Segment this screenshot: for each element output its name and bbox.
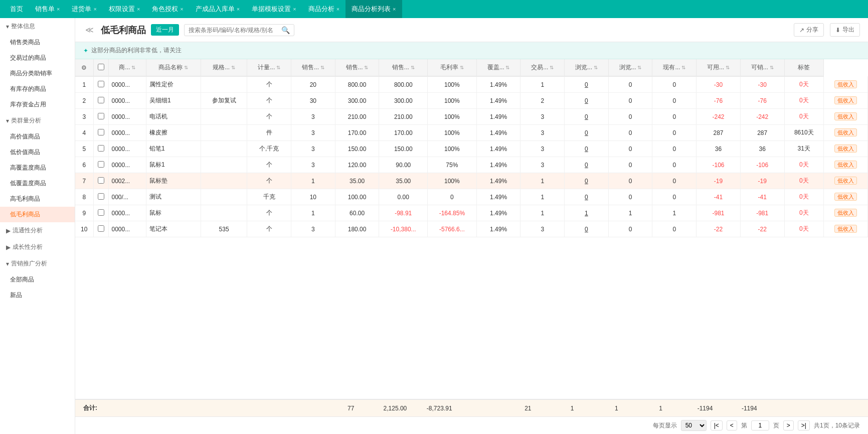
row-browse2: 0: [652, 125, 697, 141]
export-button[interactable]: ⬇ 导出: [830, 23, 860, 37]
col-name[interactable]: 商品名称: [146, 59, 201, 76]
row-checkbox-1[interactable]: [98, 97, 104, 103]
sidebar-item-capital[interactable]: 库存资金占用: [0, 97, 75, 112]
nav-purchase-order[interactable]: 进货单×: [66, 0, 102, 18]
row-trade[interactable]: 0: [565, 109, 609, 125]
row-trade[interactable]: 0: [565, 221, 609, 237]
row-trade[interactable]: 0: [565, 157, 609, 173]
row-checkbox-3[interactable]: [98, 129, 104, 135]
col-code[interactable]: 商...: [108, 59, 146, 76]
sidebar-item-high-value[interactable]: 高价值商品: [0, 129, 75, 144]
search-input[interactable]: [189, 27, 281, 34]
sidebar-item-all-products[interactable]: 全部商品: [0, 272, 75, 287]
nav-analysis-close[interactable]: ×: [336, 6, 339, 12]
col-unit[interactable]: 计量...: [247, 59, 291, 76]
col-coverage[interactable]: 覆盖...: [476, 59, 520, 76]
nav-home[interactable]: 首页: [4, 0, 29, 18]
col-spec[interactable]: 规格...: [201, 59, 247, 76]
nav-purchase-order-close[interactable]: ×: [93, 6, 96, 12]
col-current[interactable]: 现有...: [652, 59, 697, 76]
search-icon[interactable]: 🔍: [281, 26, 290, 34]
sidebar-section-growth[interactable]: ▶ 成长性分析: [0, 239, 75, 255]
nav-analysis-list[interactable]: 商品分析列表×: [345, 0, 402, 18]
row-checkbox-cell[interactable]: [93, 93, 108, 109]
select-all-checkbox[interactable]: [98, 64, 104, 70]
col-sellable[interactable]: 可销...: [740, 59, 784, 76]
section-arrow-growth: ▶: [6, 244, 11, 251]
page-number-input[interactable]: [751, 420, 769, 430]
row-checkbox-7[interactable]: [98, 193, 104, 200]
row-checkbox-cell[interactable]: [93, 109, 108, 125]
sidebar-item-in-stock[interactable]: 有库存的商品: [0, 81, 75, 97]
last-page-button[interactable]: >|: [798, 420, 810, 430]
sidebar-section-flow[interactable]: ▶ 流通性分析: [0, 222, 75, 239]
col-sale-price[interactable]: 销售...: [335, 59, 379, 76]
nav-template-close[interactable]: ×: [293, 6, 296, 12]
row-checkbox-8[interactable]: [98, 209, 104, 216]
col-qty[interactable]: 销售...: [291, 59, 335, 76]
row-checkbox-cell[interactable]: [93, 76, 108, 93]
sidebar-item-low-coverage[interactable]: 低覆盖度商品: [0, 176, 75, 191]
row-checkbox-cell[interactable]: [93, 141, 108, 157]
col-browse2[interactable]: 浏览...: [608, 59, 652, 76]
row-trade[interactable]: 0: [565, 76, 609, 93]
sidebar-item-high-margin[interactable]: 高毛利商品: [0, 191, 75, 207]
row-checkbox-cell[interactable]: [93, 157, 108, 173]
sidebar-section-group[interactable]: ▾ 类群量分析: [0, 112, 75, 129]
nav-product-entry[interactable]: 产成品入库单×: [190, 0, 246, 18]
row-trade[interactable]: 0: [565, 189, 609, 205]
nav-sales-order[interactable]: 销售单×: [29, 0, 66, 18]
row-trade[interactable]: 1: [565, 205, 609, 221]
per-page-select[interactable]: 50 100 200: [681, 420, 707, 431]
page-title: 低毛利商品: [101, 24, 146, 36]
row-checkbox-4[interactable]: [98, 145, 104, 152]
col-sale-amount[interactable]: 销售...: [379, 59, 428, 76]
col-browse1[interactable]: 浏览...: [565, 59, 609, 76]
nav-product-entry-close[interactable]: ×: [237, 6, 240, 12]
nav-sales-order-close[interactable]: ×: [57, 6, 60, 12]
row-checkbox-cell[interactable]: [93, 173, 108, 189]
row-trade[interactable]: 0: [565, 93, 609, 109]
footer-available-total: -1194: [727, 405, 771, 412]
col-available[interactable]: 可用...: [697, 59, 741, 76]
prev-page-button[interactable]: <: [727, 420, 737, 430]
sidebar-item-category-sales-rate[interactable]: 商品分类助销率: [0, 66, 75, 81]
sidebar-item-new-products[interactable]: 新品: [0, 287, 75, 303]
row-checkbox-5[interactable]: [98, 161, 104, 168]
nav-role-auth[interactable]: 角色授权×: [146, 0, 189, 18]
row-checkbox-9[interactable]: [98, 225, 104, 232]
nav-permission-settings[interactable]: 权限设置×: [103, 0, 146, 18]
col-settings[interactable]: ⚙: [75, 59, 93, 76]
row-checkbox-6[interactable]: [98, 177, 104, 184]
row-checkbox-cell[interactable]: [93, 221, 108, 237]
nav-permission-close[interactable]: ×: [137, 6, 140, 12]
nav-analysis-list-close[interactable]: ×: [393, 6, 396, 12]
row-num: 5: [75, 141, 93, 157]
sidebar-section-overall[interactable]: ▾ 整体信息: [0, 18, 75, 35]
sidebar-section-marketing[interactable]: ▾ 营销推广分析: [0, 255, 75, 272]
sidebar-item-sales-category[interactable]: 销售类商品: [0, 35, 75, 50]
row-trade[interactable]: 0: [565, 125, 609, 141]
period-button[interactable]: 近一月: [151, 24, 179, 36]
sidebar-collapse-button[interactable]: ≪: [83, 23, 96, 37]
nav-template-settings[interactable]: 单据模板设置×: [246, 0, 302, 18]
share-button[interactable]: ↗ 分享: [794, 23, 824, 37]
sidebar-item-high-coverage[interactable]: 高覆盖度商品: [0, 160, 75, 176]
row-checkbox-2[interactable]: [98, 113, 104, 119]
row-trade[interactable]: 0: [565, 173, 609, 189]
sidebar-item-traded[interactable]: 交易过的商品: [0, 50, 75, 66]
next-page-button[interactable]: >: [783, 420, 794, 430]
col-gross-rate[interactable]: 毛利率: [428, 59, 477, 76]
first-page-button[interactable]: |<: [711, 420, 723, 430]
row-qty: 3: [291, 221, 335, 237]
row-checkbox-0[interactable]: [98, 81, 104, 87]
sidebar-item-low-margin[interactable]: 低毛利商品: [0, 207, 75, 222]
row-checkbox-cell[interactable]: [93, 189, 108, 205]
row-checkbox-cell[interactable]: [93, 205, 108, 221]
col-trade[interactable]: 交易...: [520, 59, 565, 76]
sidebar-item-low-value[interactable]: 低价值商品: [0, 144, 75, 160]
nav-role-close[interactable]: ×: [180, 6, 183, 12]
row-checkbox-cell[interactable]: [93, 125, 108, 141]
nav-product-analysis[interactable]: 商品分析×: [302, 0, 345, 18]
row-trade[interactable]: 0: [565, 141, 609, 157]
